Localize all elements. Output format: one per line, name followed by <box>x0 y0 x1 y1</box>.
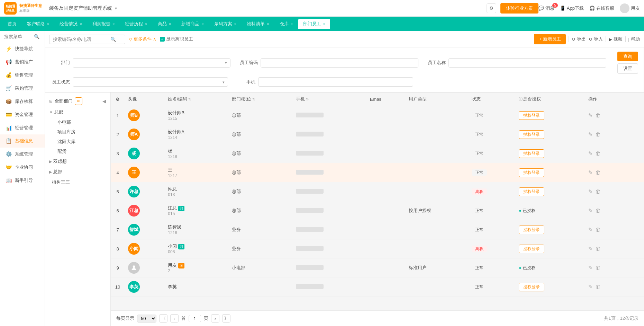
prev-page-button[interactable]: ‹ <box>170 314 179 323</box>
close-icon[interactable]: × <box>267 22 269 26</box>
sidebar-item-system[interactable]: ⚙️ 系统管理 <box>0 148 45 161</box>
close-icon[interactable]: × <box>80 22 82 26</box>
search-input[interactable] <box>53 37 108 42</box>
emp-code-input[interactable] <box>261 58 418 68</box>
auth-login-button[interactable]: 授权登录 <box>519 168 544 177</box>
dropdown-arrow-icon[interactable]: ▾ <box>115 6 117 11</box>
tab-profit[interactable]: 利润报告 × <box>88 19 119 29</box>
message-button[interactable]: 💬 消息 5 <box>538 5 554 11</box>
show-resigned-toggle[interactable]: ✓ 显示离职员工 <box>160 36 193 42</box>
help-button[interactable]: | 帮助 <box>628 36 640 42</box>
dept-item-zongbu2[interactable]: ▶ 总部 <box>45 167 110 177</box>
add-employee-button[interactable]: + 新增员工 <box>534 34 565 44</box>
close-icon[interactable]: × <box>145 22 147 26</box>
edit-button[interactable]: ✎ <box>588 265 593 271</box>
close-icon[interactable]: × <box>234 22 236 26</box>
export-button[interactable]: ↺ 导出 <box>572 36 586 42</box>
tab-add-goods[interactable]: 新增商品 × <box>176 19 208 29</box>
phone-input[interactable] <box>258 77 414 87</box>
edit-button[interactable]: ✎ <box>588 188 593 194</box>
delete-button[interactable]: 🗑 <box>596 284 601 290</box>
delete-button[interactable]: 🗑 <box>596 227 601 232</box>
delete-button[interactable]: 🗑 <box>596 112 601 118</box>
sidebar-item-inventory[interactable]: 📦 库存核算 <box>0 95 45 108</box>
auth-login-button[interactable]: 授权登录 <box>519 226 544 234</box>
dept-item-zongbu[interactable]: ▼ 总部 <box>45 107 110 117</box>
auth-login-button[interactable]: 授权登录 <box>519 245 544 253</box>
dept-item-shuanglv[interactable]: ▶ 双虑想 <box>45 156 110 167</box>
edit-button[interactable]: ✎ <box>588 131 593 137</box>
user-menu-button[interactable]: 用友 <box>620 3 640 13</box>
tab-barcode[interactable]: 条码方案 × <box>209 19 241 29</box>
close-icon[interactable]: × <box>112 22 115 26</box>
trial-button[interactable]: 体验行业方案 <box>500 3 538 14</box>
delete-button[interactable]: 🗑 <box>596 265 601 271</box>
delete-button[interactable]: 🗑 <box>596 150 601 156</box>
close-icon[interactable]: × <box>291 22 293 26</box>
settings-button[interactable]: ⚙ <box>487 3 496 13</box>
query-button[interactable]: 查询 <box>617 52 638 61</box>
page-number-input[interactable] <box>189 315 201 322</box>
close-icon[interactable]: × <box>47 22 49 26</box>
dept-select[interactable] <box>73 58 230 68</box>
sidebar-search-input[interactable] <box>4 34 32 39</box>
per-page-select[interactable]: 50 100 200 <box>137 315 156 323</box>
video-button[interactable]: ▶ 视频 <box>609 36 623 42</box>
tab-bom[interactable]: 物料清单 × <box>242 19 274 29</box>
close-icon[interactable]: × <box>323 22 325 26</box>
delete-button[interactable]: 🗑 <box>596 188 601 194</box>
import-button[interactable]: ↻ 导入 <box>589 36 603 42</box>
close-icon[interactable]: × <box>169 22 171 26</box>
dept-sub-xiangmu[interactable]: 项目库房 <box>45 127 110 137</box>
next-page-button[interactable]: › <box>211 314 219 323</box>
auth-login-button[interactable]: 授权登录 <box>519 111 544 120</box>
emp-name-input[interactable] <box>448 58 606 68</box>
edit-button[interactable]: ✎ <box>588 208 593 213</box>
edit-button[interactable]: ✎ <box>588 150 593 156</box>
tab-goods[interactable]: 商品 × <box>153 19 176 29</box>
tab-warehouse[interactable]: 仓库 × <box>275 19 298 29</box>
sidebar-item-guide[interactable]: 📖 新手引导 <box>0 174 45 187</box>
auth-login-button[interactable]: 授权登录 <box>519 187 544 196</box>
set-button[interactable]: 设置 <box>617 63 638 74</box>
dept-item-zhishu[interactable]: 植树王三 <box>45 177 110 187</box>
last-page-button[interactable]: 》 <box>222 314 230 323</box>
tab-home[interactable]: 首页 <box>3 19 21 29</box>
auth-login-button[interactable]: 授权登录 <box>519 130 544 139</box>
sort-name[interactable]: 姓名/编码 ⇅ <box>168 96 225 102</box>
sidebar-item-quicknav[interactable]: ⚡ 快捷导航 <box>0 42 45 55</box>
tab-employees[interactable]: 部门员工 × <box>298 19 330 29</box>
sidebar-item-collab[interactable]: 🤝 企业协同 <box>0 161 45 174</box>
more-filter-button[interactable]: ▽ 更多条件 ∧ <box>129 36 156 42</box>
column-settings-icon[interactable]: ⚙ <box>116 97 120 102</box>
sidebar-item-finance[interactable]: 💳 资金管理 <box>0 108 45 121</box>
sidebar-item-marketing[interactable]: 📢 营销推广 <box>0 55 45 69</box>
edit-button[interactable]: ✎ <box>588 246 593 252</box>
emp-status-select[interactable] <box>73 77 228 87</box>
dept-sub-xiaodibu[interactable]: 小电部 <box>45 117 110 127</box>
sort-dept[interactable]: 部门/职位 ⇅ <box>232 96 289 102</box>
tab-customer[interactable]: 客户联络 × <box>22 19 54 29</box>
dept-sub-shenyang[interactable]: 沈阳大库 <box>45 137 110 147</box>
edit-button[interactable]: ✎ <box>588 284 593 290</box>
tab-history[interactable]: 经营历程 × <box>120 19 152 29</box>
close-icon[interactable]: × <box>201 22 203 26</box>
sidebar-item-basic[interactable]: 📋 基础信息 <box>0 134 45 148</box>
online-service-button[interactable]: 🎧 在线客服 <box>589 5 614 11</box>
delete-button[interactable]: 🗑 <box>596 208 601 213</box>
edit-button[interactable]: ✎ <box>588 227 593 232</box>
sidebar-item-business[interactable]: 📊 经营管理 <box>0 121 45 134</box>
auth-login-button[interactable]: 授权登录 <box>519 149 544 158</box>
edit-button[interactable]: ✎ <box>588 112 593 118</box>
app-download-button[interactable]: 📱 App下载 <box>560 5 584 11</box>
dept-edit-button[interactable]: ✏ <box>75 97 82 105</box>
edit-button[interactable]: ✎ <box>588 169 593 175</box>
auth-login-button[interactable]: 授权登录 <box>519 283 544 291</box>
dept-sub-peihuo[interactable]: 配货 <box>45 147 110 156</box>
first-page-button[interactable]: 《 <box>159 314 167 323</box>
sidebar-item-purchase[interactable]: 🛒 采购管理 <box>0 82 45 95</box>
sidebar-item-sales[interactable]: 💰 销售管理 <box>0 69 45 82</box>
delete-button[interactable]: 🗑 <box>596 246 601 252</box>
tab-operation[interactable]: 经营情况 × <box>55 19 87 29</box>
delete-button[interactable]: 🗑 <box>596 131 601 137</box>
